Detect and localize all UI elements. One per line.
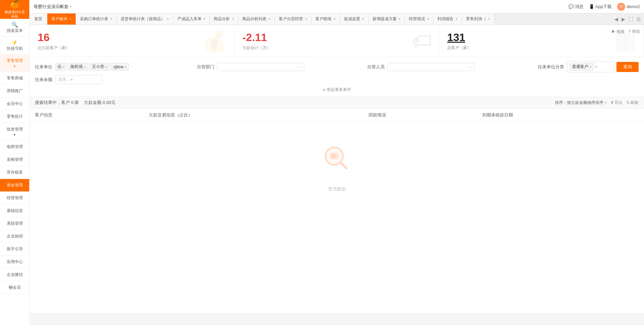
result-bar: 搜索结果中，客户 0 家 欠款金额 0.00元 排序：按欠款金额倒序排序 ▾ xyxy=(30,97,644,109)
sidebar-item-wholesale[interactable]: 批发管理 ▾ xyxy=(0,123,29,141)
stat-block-customers: 16 总欠款客户（家） 💰 xyxy=(30,25,234,57)
category-tag-close[interactable]: × xyxy=(589,65,592,69)
query-button[interactable]: 查询 xyxy=(616,62,639,72)
export-button[interactable]: ⬆ 导出 xyxy=(610,100,622,106)
sidebar-item-enterprise-wechat[interactable]: 企业微信 xyxy=(0,268,29,281)
sidebar-item-vip[interactable]: 畅会员 xyxy=(0,281,29,294)
tab-close-icon[interactable]: × xyxy=(110,17,112,21)
sidebar-item-basic-info[interactable]: 基础信息 xyxy=(0,205,29,217)
filter-row-2: 往来余额 选择... ▾ xyxy=(35,75,639,84)
tab-next-icon[interactable]: ▶ xyxy=(620,16,627,23)
tab-retail-profit[interactable]: 零售利润（ × xyxy=(462,13,495,25)
tab-close-icon[interactable]: × xyxy=(399,17,401,21)
sidebar-item-operations[interactable]: 经营管理 xyxy=(0,192,29,205)
tab-close-icon[interactable]: × xyxy=(488,17,490,21)
tag-close-chen[interactable]: × xyxy=(84,65,86,69)
main-area: 母婴行业演示帐套 ▾ 💬 消息 📱 App下载 D demo2 xyxy=(30,0,644,325)
tab-close-icon[interactable]: × xyxy=(334,17,336,21)
stat-value-total: 131 xyxy=(447,31,465,44)
tab-profit-report[interactable]: 利润报告 × xyxy=(433,13,462,25)
dept-clear-icon[interactable]: ··· xyxy=(298,65,301,69)
filter-manager-input[interactable]: ··· xyxy=(387,63,475,71)
message-btn[interactable]: 💬 消息 xyxy=(568,4,584,10)
tab-close-icon[interactable]: × xyxy=(232,17,234,21)
svg-rect-2 xyxy=(332,154,335,155)
sidebar-item-retail-mgmt[interactable]: 零售管理 ▾ xyxy=(0,55,29,72)
tab-customer-tier[interactable]: 客户分层经营 × xyxy=(275,13,311,25)
tab-production-inbound[interactable]: 产成品入库单 × xyxy=(173,13,210,25)
balance-placeholder: 选择... xyxy=(58,77,70,82)
app-download-btn[interactable]: 📱 App下载 xyxy=(589,4,612,10)
tag-close-wu[interactable]: × xyxy=(62,65,65,69)
stat-label-customers: 总欠款客户（家） xyxy=(38,45,70,51)
tag-close-cj[interactable]: × xyxy=(124,65,126,69)
sort-select[interactable]: 排序：按欠款金额倒序排序 ▾ xyxy=(555,100,606,106)
tab-fullscreen-icon[interactable]: ⊡ xyxy=(635,16,642,23)
tab-purchase-stats[interactable]: 进货单统计表（按商品） × xyxy=(117,13,173,25)
sidebar-item-purchase[interactable]: 采购管理 xyxy=(0,153,29,166)
sidebar-item-system[interactable]: 系统管理 xyxy=(0,217,29,230)
category-tag: 普通客户 × xyxy=(570,63,594,71)
tab-purchase-order[interactable]: 采购订单统计表 × xyxy=(76,13,117,25)
svg-rect-3 xyxy=(332,156,336,156)
tag-close-wang[interactable]: × xyxy=(105,65,107,69)
sidebar-item-inventory[interactable]: 库存核算 xyxy=(0,166,29,179)
logo-text: 畅捷通好生意 标版 xyxy=(5,10,25,19)
sidebar-item-retail-mall[interactable]: 零售商城 xyxy=(0,72,29,85)
filter-manager-label: 分管人员 xyxy=(367,64,385,70)
sidebar-item-retail-stats[interactable]: 零售统计 xyxy=(0,110,29,123)
data-table: 客户信息 欠款交易信息（占比） 回款情况 到期未收款日期 xyxy=(30,109,644,122)
filter-balance-select[interactable]: 选择... ▾ xyxy=(55,75,102,84)
sidebar-item-quick-nav[interactable]: ⚡ 快捷导航 xyxy=(0,37,29,55)
help-btn[interactable]: ? 帮助 xyxy=(629,29,640,35)
filter-unit-label: 往来单位 xyxy=(35,64,52,70)
refresh-button[interactable]: ↻ 刷新 xyxy=(627,100,639,106)
tab-prev-icon[interactable]: ◀ xyxy=(613,16,619,23)
filter-tag-cj: cjttcw × xyxy=(111,63,129,71)
filter-tag-chen: 陈民强 × xyxy=(68,63,88,71)
tab-close-icon[interactable]: × xyxy=(167,17,169,21)
sort-label: 排序：按欠款金额倒序排序 xyxy=(555,100,603,106)
category-chevron-icon: ▾ xyxy=(595,65,597,69)
tab-close-icon[interactable]: × xyxy=(268,17,270,21)
tabbar: 首页 客户账本 × 采购订单统计表 × 进货单统计表（按商品） × 产成品入库单… xyxy=(30,13,644,25)
tab-promotion-settings[interactable]: 提成设置 × xyxy=(340,13,369,25)
manager-more-icon[interactable]: ··· xyxy=(468,65,472,69)
tab-close-icon[interactable]: × xyxy=(427,17,429,21)
tab-close-icon[interactable]: × xyxy=(456,17,458,21)
filter-dept-input[interactable]: ··· xyxy=(217,63,304,71)
tab-expand-icon[interactable]: ⛶ xyxy=(627,16,635,23)
sidebar-item-marketing[interactable]: 营销推广 xyxy=(0,85,29,98)
filter-balance-label: 往来余额 xyxy=(35,77,52,83)
tab-customer-contact[interactable]: 客户联络 × xyxy=(311,13,340,25)
export-icon: ⬆ xyxy=(610,100,614,105)
tab-product-analysis-list[interactable]: 商品分析列表 × xyxy=(238,13,275,25)
col-repayment: 回款情况 xyxy=(363,109,477,122)
result-bar-right: 排序：按欠款金额倒序排序 ▾ ⬆ 导出 ↻ 刷新 xyxy=(555,100,639,106)
filter-category-select[interactable]: 普通客户 × ▾ xyxy=(567,61,614,72)
sidebar-item-app-center[interactable]: 应用中心 xyxy=(0,256,29,268)
filter-more-units[interactable]: ... xyxy=(130,63,134,71)
tab-home[interactable]: 首页 xyxy=(30,13,47,25)
collapse-button[interactable]: ∧ 收起更多条件 xyxy=(35,87,639,93)
topbar-left: 母婴行业演示帐套 ▾ xyxy=(34,4,72,10)
env-selector[interactable]: 母婴行业演示帐套 ▾ xyxy=(34,4,72,10)
tab-product-analysis[interactable]: 商品分析 × xyxy=(210,13,238,25)
sidebar-item-new-guide[interactable]: 新手引导 xyxy=(0,243,29,256)
sidebar-item-enterprise-coop[interactable]: 企业协同 xyxy=(0,230,29,243)
tab-close-icon[interactable]: × xyxy=(305,17,307,21)
tab-customer-account[interactable]: 客户账本 × xyxy=(47,13,76,25)
sidebar-item-search[interactable]: 🔍 搜索菜单 xyxy=(0,19,29,37)
sidebar-item-member-center[interactable]: 会员中心 xyxy=(0,98,29,110)
video-btn[interactable]: ▶ 视频 xyxy=(611,29,625,35)
tab-close-icon[interactable]: × xyxy=(362,17,364,21)
tab-new-promotion[interactable]: 新增提成方案 × xyxy=(369,13,405,25)
user-avatar[interactable]: D demo2 xyxy=(617,3,640,11)
sidebar-item-finance[interactable]: 资金管理 xyxy=(0,179,29,192)
tab-close-icon[interactable]: × xyxy=(70,17,72,21)
stats-bar: 16 总欠款客户（家） 💰 -2.11 欠款合计（万） 🏷 131 总客户（家）… xyxy=(30,25,644,57)
sidebar-item-ecommerce[interactable]: 电商管理 xyxy=(0,141,29,153)
stat-label-amount: 欠款合计（万） xyxy=(243,45,271,51)
tab-close-icon[interactable]: × xyxy=(204,17,206,21)
tab-operations[interactable]: 经营情况 × xyxy=(405,13,433,25)
